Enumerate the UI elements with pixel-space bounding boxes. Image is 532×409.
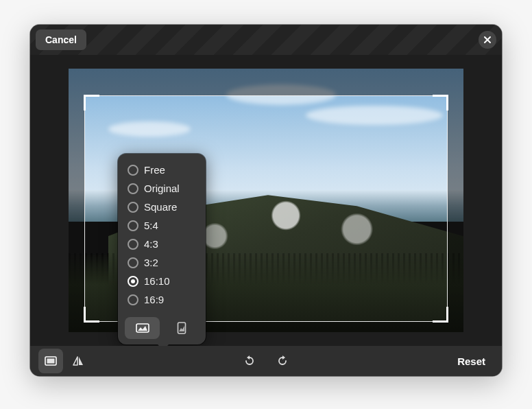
orientation-row [121, 314, 203, 340]
crop-handle-tl[interactable] [84, 95, 99, 110]
aspect-option-label: Square [144, 201, 177, 213]
aspect-option[interactable]: Original [121, 179, 203, 198]
bottom-toolbar: Reset [30, 346, 502, 376]
rotate-left-button[interactable] [237, 349, 262, 373]
canvas-area: FreeOriginalSquare5:44:33:216:1016:9 [30, 55, 502, 346]
aspect-ratio-popover: FreeOriginalSquare5:44:33:216:1016:9 [118, 154, 206, 344]
portrait-icon [177, 322, 186, 334]
aspect-ratio-icon [45, 356, 57, 366]
radio-icon [128, 239, 138, 250]
aspect-option[interactable]: Square [121, 198, 203, 216]
close-icon [483, 36, 492, 44]
aspect-option-label: 16:10 [144, 275, 170, 287]
radio-icon [128, 202, 138, 213]
crop-handle-bl[interactable] [84, 307, 99, 323]
svg-rect-3 [47, 359, 55, 364]
reset-button[interactable]: Reset [449, 350, 494, 373]
rotate-right-button[interactable] [270, 349, 295, 373]
radio-icon [128, 294, 138, 305]
aspect-option-label: 4:3 [144, 238, 158, 250]
rotate-cw-icon [276, 355, 289, 367]
aspect-option[interactable]: 16:9 [121, 290, 203, 309]
aspect-option[interactable]: 4:3 [121, 235, 203, 253]
close-button[interactable] [479, 31, 496, 49]
crop-handle-tr[interactable] [433, 95, 448, 110]
flip-button[interactable] [66, 349, 90, 373]
crop-handle-br[interactable] [433, 307, 448, 323]
flip-horizontal-icon [72, 355, 84, 366]
aspect-option-label: 16:9 [144, 294, 164, 305]
rotate-ccw-icon [243, 355, 256, 367]
aspect-option-label: 3:2 [144, 257, 158, 268]
aspect-option[interactable]: Free [121, 161, 203, 179]
orientation-portrait-button[interactable] [164, 317, 199, 339]
svg-rect-0 [136, 324, 149, 332]
radio-icon [128, 165, 138, 176]
radio-icon [128, 183, 138, 194]
aspect-option[interactable]: 16:10 [121, 272, 203, 290]
aspect-option[interactable]: 3:2 [121, 253, 203, 272]
aspect-option-label: Original [144, 183, 180, 194]
orientation-landscape-button[interactable] [125, 317, 160, 339]
landscape-icon [136, 323, 149, 334]
aspect-option[interactable]: 5:4 [121, 216, 203, 235]
radio-icon [128, 257, 138, 268]
titlebar: Cancel [30, 25, 502, 55]
aspect-option-label: 5:4 [144, 220, 158, 231]
aspect-option-label: Free [144, 164, 165, 176]
aspect-ratio-button[interactable] [38, 349, 63, 373]
crop-editor-window: Cancel [30, 25, 502, 376]
cancel-button[interactable]: Cancel [36, 30, 86, 50]
radio-icon [128, 276, 138, 287]
radio-icon [128, 220, 138, 231]
